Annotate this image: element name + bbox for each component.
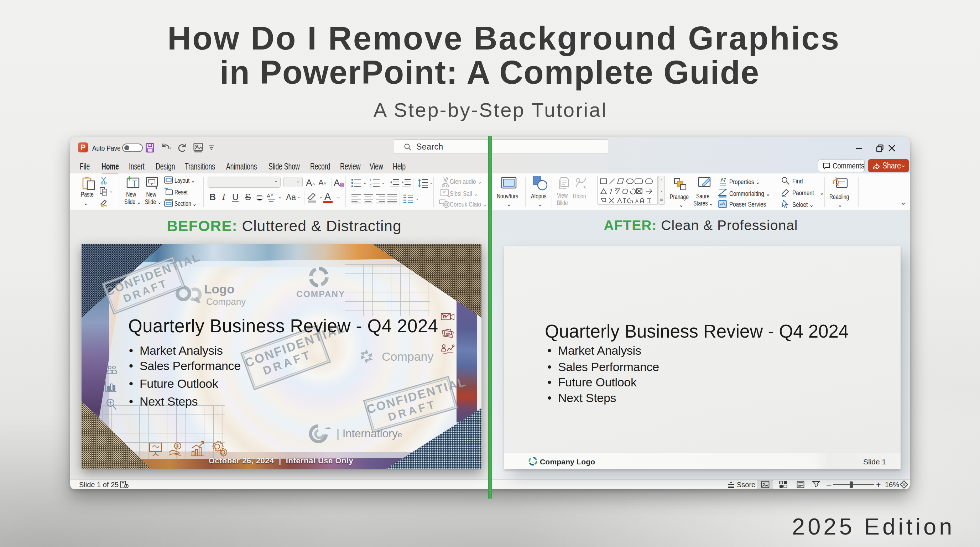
svg-text:1: 1 [370, 178, 371, 182]
svg-text:A: A [267, 192, 270, 199]
svg-text:3: 3 [370, 185, 371, 188]
svg-text:V: V [270, 192, 274, 197]
svg-text:A: A [635, 198, 638, 204]
